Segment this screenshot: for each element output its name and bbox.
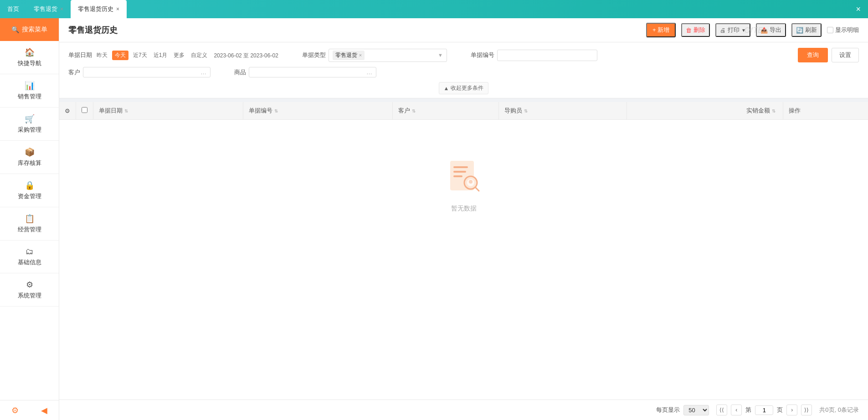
select-all-checkbox[interactable] xyxy=(82,107,87,113)
col-settings[interactable]: ⚙ xyxy=(59,102,76,120)
sidebar-item-quick-nav[interactable]: 🏠 快捷导航 xyxy=(0,41,59,74)
export-button[interactable]: 📤 导出 xyxy=(756,23,786,37)
sidebar-item-basic-info[interactable]: 🗂 基础信息 xyxy=(0,241,59,273)
filter-customer-item: 客户 … xyxy=(68,67,211,77)
filter-doctype-label: 单据类型 xyxy=(302,51,326,59)
date-btn-custom[interactable]: 自定义 xyxy=(189,51,209,60)
collapse-button[interactable]: ▲ 收起更多条件 xyxy=(439,82,489,94)
sidebar-bottom: ⚙ ◀ xyxy=(0,400,59,420)
sidebar-item-purchase-mgmt-label: 采购管理 xyxy=(18,126,41,134)
col-guide-label: 导购员 xyxy=(504,107,522,115)
tab-retail-return-history-close[interactable]: × xyxy=(116,6,119,12)
date-shortcuts: 昨天 今天 近7天 近1月 更多 自定义 xyxy=(95,51,209,60)
settings-button[interactable]: 设置 xyxy=(832,48,859,62)
date-btn-1month[interactable]: 近1月 xyxy=(152,51,169,60)
print-icon: 🖨 xyxy=(720,27,726,34)
filter-goods-dots: … xyxy=(366,69,372,76)
show-detail-label[interactable]: 显示明细 xyxy=(827,26,859,34)
col-doc-number-label: 单据编号 xyxy=(249,107,272,115)
inventory-icon: 📦 xyxy=(25,147,35,157)
col-amount[interactable]: 实销金额 ⇅ xyxy=(627,102,783,120)
first-page-btn[interactable]: ⟨⟨ xyxy=(716,405,727,415)
sidebar-item-ops-mgmt[interactable]: 📋 经营管理 xyxy=(0,207,59,241)
show-detail-text: 显示明细 xyxy=(835,26,859,34)
empty-state: 暂无数据 xyxy=(59,120,868,249)
sidebar-settings-icon[interactable]: ⚙ xyxy=(11,405,19,415)
filter-date-range: 2023-06-02 至 2023-06-02 xyxy=(214,52,278,60)
col-guide[interactable]: 导购员 ⇅ xyxy=(498,102,627,120)
sidebar-item-sales-mgmt[interactable]: 📊 销售管理 xyxy=(0,74,59,108)
date-btn-more[interactable]: 更多 xyxy=(172,51,186,60)
filter-goods-select[interactable]: … xyxy=(249,67,376,77)
sidebar-item-sys-mgmt[interactable]: ⚙ 系统管理 xyxy=(0,273,59,307)
show-detail-checkbox[interactable] xyxy=(827,27,833,33)
tab-retail-return-history[interactable]: 零售退货历史 × xyxy=(71,0,127,18)
new-button[interactable]: + 新增 xyxy=(646,23,676,37)
next-page-btn[interactable]: › xyxy=(786,405,797,415)
sidebar-item-sys-mgmt-label: 系统管理 xyxy=(18,292,41,300)
refresh-icon: 🔄 xyxy=(796,27,803,34)
col-doc-date-sort-icon: ⇅ xyxy=(124,108,128,113)
date-btn-7days[interactable]: 近7天 xyxy=(131,51,149,60)
page-title: 零售退货历史 xyxy=(68,25,118,36)
page-input[interactable] xyxy=(755,405,773,415)
svg-point-7 xyxy=(469,180,473,184)
sidebar-item-finance-label: 资金管理 xyxy=(18,192,41,200)
per-page-select[interactable]: 50 10 20 100 xyxy=(683,405,709,415)
sidebar-toggle-icon[interactable]: ◀ xyxy=(41,405,47,415)
col-customer[interactable]: 客户 ⇅ xyxy=(393,102,499,120)
per-page-label: 每页显示 xyxy=(656,406,680,414)
table-body: 暂无数据 xyxy=(59,120,868,250)
delete-button[interactable]: 🗑 删除 xyxy=(681,23,710,37)
finance-icon: 🔒 xyxy=(25,180,35,190)
print-dropdown-icon: ▼ xyxy=(741,28,746,33)
last-page-btn[interactable]: ⟩⟩ xyxy=(801,405,812,415)
sidebar-search[interactable]: 🔍 搜索菜单 xyxy=(0,18,59,41)
pagination-bar: 每页显示 50 10 20 100 ⟨⟨ ‹ 第 页 › ⟩⟩ 共0页, 0条记… xyxy=(59,400,868,420)
filter-doctype-tag-close[interactable]: × xyxy=(359,52,362,58)
filter-goods-input[interactable] xyxy=(253,69,364,76)
purchase-icon: 🛒 xyxy=(25,114,35,124)
sidebar-item-finance[interactable]: 🔒 资金管理 xyxy=(0,174,59,207)
filter-docnum-input[interactable] xyxy=(497,50,597,61)
main-layout: 🔍 搜索菜单 🏠 快捷导航 📊 销售管理 🛒 采购管理 📦 库存核算 🔒 xyxy=(0,18,868,420)
filter-doctype-select[interactable]: 零售退货 × ▼ xyxy=(329,49,447,62)
new-button-label: + 新增 xyxy=(652,26,669,34)
tab-retail-return-history-label: 零售退货历史 xyxy=(78,5,113,13)
tab-home[interactable]: 首页 xyxy=(0,0,26,18)
table-header: ⚙ 单据日期 ⇅ 单据编号 xyxy=(59,102,868,120)
svg-line-6 xyxy=(475,187,479,191)
table-empty-row: 暂无数据 xyxy=(59,120,868,250)
filter-area: 单据日期 昨天 今天 近7天 近1月 更多 自定义 2023-06-02 至 2… xyxy=(59,42,868,98)
tab-home-label: 首页 xyxy=(7,5,19,13)
sidebar-item-inventory[interactable]: 📦 库存核算 xyxy=(0,141,59,174)
tab-retail-return[interactable]: 零售退货 × xyxy=(26,0,71,18)
page-label: 第 xyxy=(745,406,751,414)
collapse-button-label: 收起更多条件 xyxy=(451,84,483,92)
table-empty-cell: 暂无数据 xyxy=(59,120,868,250)
topbar-close-btn[interactable]: × xyxy=(856,5,861,14)
query-button[interactable]: 查询 xyxy=(798,48,828,62)
total-label: 共0页, 0条记录 xyxy=(819,406,859,414)
svg-rect-2 xyxy=(453,171,466,173)
filter-date-item: 单据日期 昨天 今天 近7天 近1月 更多 自定义 2023-06-02 至 2… xyxy=(68,51,278,60)
col-checkbox xyxy=(76,102,93,120)
print-button[interactable]: 🖨 打印 ▼ xyxy=(715,23,750,37)
print-button-label: 打印 xyxy=(728,26,740,34)
prev-page-btn[interactable]: ‹ xyxy=(731,405,742,415)
col-doc-date[interactable]: 单据日期 ⇅ xyxy=(93,102,243,120)
doctype-dropdown-arrow: ▼ xyxy=(438,52,443,58)
tab-retail-return-close[interactable]: × xyxy=(60,6,63,12)
sidebar-item-purchase-mgmt[interactable]: 🛒 采购管理 xyxy=(0,108,59,141)
filter-customer-input[interactable] xyxy=(87,69,198,76)
col-doc-number[interactable]: 单据编号 ⇅ xyxy=(243,102,393,120)
col-guide-sort-icon: ⇅ xyxy=(524,108,528,113)
sidebar: 🔍 搜索菜单 🏠 快捷导航 📊 销售管理 🛒 采购管理 📦 库存核算 🔒 xyxy=(0,18,59,420)
sidebar-item-quick-nav-label: 快捷导航 xyxy=(18,59,41,67)
date-btn-today[interactable]: 今天 xyxy=(112,51,128,60)
refresh-button[interactable]: 🔄 刷新 xyxy=(791,23,822,37)
col-amount-label: 实销金额 xyxy=(746,107,770,115)
date-btn-yesterday[interactable]: 昨天 xyxy=(95,51,109,60)
tab-retail-return-label: 零售退货 xyxy=(34,5,57,13)
filter-customer-select[interactable]: … xyxy=(83,67,211,77)
